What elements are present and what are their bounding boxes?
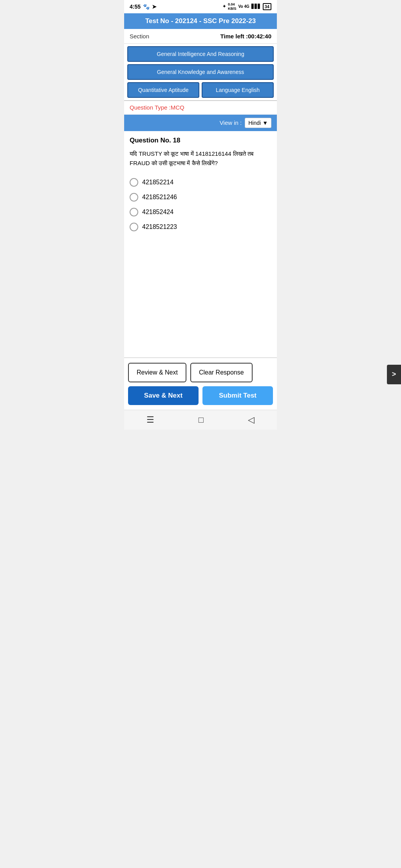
option-b[interactable]: 4218521246	[130, 190, 271, 205]
back-icon[interactable]: ◁	[248, 415, 255, 425]
option-c[interactable]: 421852424	[130, 205, 271, 220]
section-label: Section	[130, 33, 149, 40]
question-type-bar: Question Type :MCQ	[124, 101, 277, 115]
question-text: यदि TRUSTY को कूट भाषा में 14181216144 ल…	[130, 149, 271, 168]
submit-test-button[interactable]: Submit Test	[202, 386, 273, 405]
section-btn-general-intelligence[interactable]: General Intelligence And Reasoning	[127, 46, 274, 62]
language-select[interactable]: Hindi ▼	[245, 118, 271, 128]
section-buttons: General Intelligence And Reasoning Gener…	[124, 44, 277, 101]
radio-a[interactable]	[130, 178, 138, 187]
content-spacer	[124, 240, 277, 357]
section-row-3: Quantitative Aptitude Language English	[127, 82, 274, 98]
battery-indicator: 34	[263, 3, 271, 10]
radio-d[interactable]	[130, 223, 138, 231]
bottom-row-1: Review & Next Clear Response	[128, 363, 273, 382]
snapchat-icon: 🐾	[143, 4, 150, 10]
section-btn-language-english[interactable]: Language English	[202, 82, 274, 98]
signal-type: Vo 4G	[238, 4, 249, 9]
section-row-2: General Knowledge and Awareness	[127, 64, 274, 80]
test-title: Test No - 202124 - SSC Pre 2022-23	[145, 17, 256, 25]
option-a-value: 421852214	[142, 179, 173, 186]
bluetooth-icon: ✦	[222, 4, 226, 9]
question-type: Question Type :MCQ	[130, 104, 184, 111]
language-value: Hindi	[248, 120, 261, 126]
time-left: Time left :00:42:40	[220, 33, 271, 40]
status-bar: 4:55 🐾 ➤ ✦ 0.04KB/S Vo 4G ▋▋▋ 34	[124, 0, 277, 13]
status-left: 4:55 🐾 ➤	[130, 4, 157, 10]
clear-response-button[interactable]: Clear Response	[190, 363, 253, 382]
option-d[interactable]: 4218521223	[130, 220, 271, 234]
menu-icon[interactable]: ☰	[146, 415, 154, 425]
save-next-button[interactable]: Save & Next	[128, 386, 199, 405]
option-c-value: 421852424	[142, 209, 173, 216]
nav-bar: ☰ □ ◁	[124, 410, 277, 430]
view-in-bar: View in : Hindi ▼	[124, 115, 277, 131]
data-speed: 0.04KB/S	[228, 2, 237, 11]
home-icon[interactable]: □	[199, 415, 204, 425]
signal-bars: ▋▋▋	[251, 4, 261, 9]
status-time: 4:55	[130, 4, 141, 10]
send-icon: ➤	[152, 4, 157, 10]
bottom-row-2: Save & Next Submit Test	[128, 386, 273, 405]
view-in-label: View in :	[220, 119, 242, 126]
bottom-buttons: Review & Next Clear Response Save & Next…	[124, 357, 277, 410]
option-a[interactable]: 421852214	[130, 175, 271, 190]
question-number: Question No. 18	[130, 137, 271, 144]
status-right: ✦ 0.04KB/S Vo 4G ▋▋▋ 34	[222, 2, 271, 11]
options-list: 421852214 4218521246 421852424 421852122…	[130, 175, 271, 234]
section-btn-general-knowledge[interactable]: General Knowledge and Awareness	[127, 64, 274, 80]
dropdown-arrow-icon: ▼	[262, 120, 268, 126]
radio-c[interactable]	[130, 208, 138, 216]
test-header: Test No - 202124 - SSC Pre 2022-23	[124, 13, 277, 29]
option-d-value: 4218521223	[142, 223, 177, 231]
section-row-1: General Intelligence And Reasoning	[127, 46, 274, 62]
question-area: Question No. 18 यदि TRUSTY को कूट भाषा म…	[124, 131, 277, 240]
review-next-button[interactable]: Review & Next	[128, 363, 186, 382]
section-btn-quantitative[interactable]: Quantitative Aptitude	[127, 82, 199, 98]
radio-b[interactable]	[130, 193, 138, 202]
option-b-value: 4218521246	[142, 194, 177, 201]
section-time-bar: Section Time left :00:42:40	[124, 29, 277, 44]
